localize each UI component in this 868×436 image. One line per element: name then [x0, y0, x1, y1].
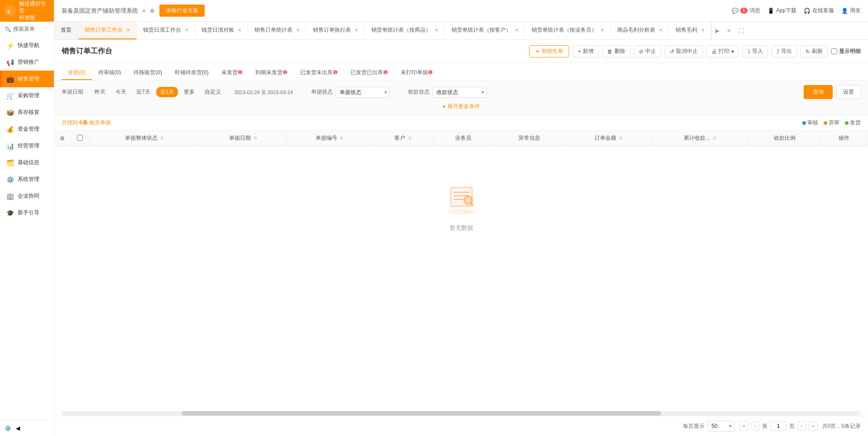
status-select[interactable]: 单据状态: [336, 87, 390, 98]
filter-tab-expired-unshipped[interactable]: 到期未发货❶: [249, 66, 294, 80]
sidebar-item-inventory[interactable]: 📦 库存核算: [0, 104, 54, 121]
date-btn-custom[interactable]: 自定义: [201, 87, 225, 97]
tab-close-all-btn[interactable]: ✕: [723, 22, 735, 39]
date-btn-yesterday[interactable]: 昨天: [91, 87, 110, 97]
tab-maximize-btn[interactable]: ⛶: [735, 22, 748, 39]
tab-more-btn[interactable]: ▶: [711, 22, 723, 39]
date-btn-1month[interactable]: 近1月: [156, 87, 178, 97]
payment-select[interactable]: 收款状态: [432, 87, 487, 98]
first-page-btn[interactable]: «: [739, 422, 748, 431]
tab-gross-profit[interactable]: 商品毛利分析表 ✕: [611, 22, 669, 39]
sort-icon[interactable]: ⇅: [340, 136, 343, 141]
tab-sales-stat[interactable]: 销售订单统计表 ✕: [248, 22, 307, 39]
tab-sales-exec[interactable]: 销售订单执行表 ✕: [307, 22, 365, 39]
tab-close-icon[interactable]: ✕: [600, 28, 604, 33]
tab-close-icon[interactable]: ✕: [515, 28, 518, 33]
tab-sales-gross[interactable]: 销售毛利 ✕: [669, 22, 711, 39]
last-page-btn[interactable]: »: [808, 422, 818, 431]
filter-tab-unprinted[interactable]: 未打印单据❶: [394, 66, 439, 80]
filter-tab-label: 未打印单据❶: [401, 69, 433, 76]
print-btn[interactable]: 🖨 打印 ▾: [706, 45, 739, 57]
sidebar-item-basic[interactable]: 🗂️ 基础信息: [0, 154, 54, 171]
tab-sales-order-workbench[interactable]: 销售订单工作台 ✕: [78, 22, 137, 39]
per-page-select[interactable]: 50 100 200: [707, 421, 734, 431]
filter-tab-pending-audit[interactable]: 待审核(0): [92, 66, 128, 80]
set-button[interactable]: 设置: [836, 85, 861, 99]
user-btn[interactable]: 👤 用友: [841, 7, 861, 14]
trial-button[interactable]: 体验行业方案: [159, 5, 205, 17]
tab-close-icon[interactable]: ✕: [355, 28, 358, 33]
sort-icon[interactable]: ⇅: [160, 136, 164, 141]
sidebar-item-marketing[interactable]: 📢 营销推广: [0, 54, 54, 71]
logo-icon: 6: [5, 5, 16, 17]
filter-tab-wangpu-ship[interactable]: 旺铺待发货(0): [168, 66, 215, 80]
tab-sales-product-stat[interactable]: 销货单统计表（按商品） ✕: [365, 22, 445, 39]
delete-icon: 🗑: [607, 48, 613, 55]
sort-icon[interactable]: ⇅: [254, 136, 257, 141]
expand-conditions-btn[interactable]: ▾ 展开更多条件: [443, 103, 480, 110]
tab-close-icon[interactable]: ✕: [238, 28, 241, 33]
tab-cash-daily-workbench[interactable]: 钱货日清工作台 ✕: [137, 22, 195, 39]
sidebar-item-finance[interactable]: 💰 资金管理: [0, 121, 54, 137]
select-all-checkbox[interactable]: [77, 135, 83, 141]
settings-gear-icon[interactable]: ⚙: [150, 8, 155, 14]
audit-btn[interactable]: 审核: [802, 119, 818, 127]
filter-tab-shipped-out[interactable]: 已发货已出库❶: [344, 66, 394, 80]
sort-icon[interactable]: ⇅: [619, 136, 623, 141]
sidebar-item-guide[interactable]: 🎓 新手引导: [0, 204, 54, 221]
sidebar-item-operation[interactable]: 📊 经营管理: [0, 137, 54, 154]
query-button[interactable]: 查询: [804, 85, 833, 99]
settings-icon[interactable]: ⚙️: [5, 425, 11, 431]
prev-page-btn[interactable]: ‹: [751, 422, 759, 431]
filter-tab-unshipped[interactable]: 未发货❶: [215, 66, 249, 80]
page-number-input[interactable]: [770, 422, 786, 431]
tab-sales-staff-stat[interactable]: 销货单统计表（按业务员） ✕: [525, 22, 611, 39]
stop-btn[interactable]: ⊘ 中止: [634, 45, 661, 57]
date-btn-today[interactable]: 今天: [111, 87, 130, 97]
sidebar-item-enterprise[interactable]: 🏢 企业协同: [0, 188, 54, 204]
tab-close-icon[interactable]: ✕: [659, 28, 662, 33]
unaudit-btn[interactable]: 弃审: [824, 119, 839, 127]
tab-home[interactable]: 首页: [54, 22, 78, 39]
show-detail-checkbox[interactable]: [831, 48, 837, 54]
export-btn[interactable]: ⤴ 导出: [772, 45, 797, 57]
table-setting-col[interactable]: ⚙: [54, 131, 71, 146]
filter-tab-pending-pick[interactable]: 待拣验货(0): [127, 66, 168, 80]
sidebar-item-system[interactable]: ⚙️ 系统管理: [0, 171, 54, 188]
scrollbar-thumb[interactable]: [182, 411, 661, 416]
tab-close-icon[interactable]: ✕: [435, 28, 438, 33]
sidebar-item-quick-nav[interactable]: ⚡ 快捷导航: [0, 37, 54, 54]
message-btn[interactable]: 💬 6 消息: [732, 7, 760, 14]
tab-close-icon[interactable]: ✕: [296, 28, 300, 33]
sidebar-item-sales[interactable]: 💼 销售管理: [0, 71, 54, 87]
ai-generate-btn[interactable]: ✦ 智能生单: [529, 45, 569, 57]
tab-cash-daily-reconcile[interactable]: 钱货日清对账 ✕: [195, 22, 248, 39]
refresh-btn[interactable]: ↻ 刷新: [801, 45, 828, 57]
sidebar-search[interactable]: 🔍 搜索菜单: [0, 22, 54, 37]
payment-filter: 收款状态 收款状态: [408, 87, 487, 98]
filter-tab-all[interactable]: 全部(0): [62, 66, 92, 80]
tab-sales-customer-stat[interactable]: 销货单统计表（按客户） ✕: [445, 22, 525, 39]
sort-icon[interactable]: ⇅: [713, 136, 716, 141]
show-detail-label[interactable]: 显示明细: [831, 47, 861, 55]
cancel-stop-btn[interactable]: ↺ 取消中止: [665, 45, 703, 57]
tab-close-icon[interactable]: ✕: [126, 28, 130, 33]
app-download-btn[interactable]: 📱 App下载: [767, 7, 796, 14]
chevron-down-icon[interactable]: ▾: [143, 8, 145, 14]
tab-close-icon[interactable]: ✕: [185, 28, 188, 33]
date-btn-more[interactable]: 更多: [180, 87, 199, 97]
sidebar-item-purchase[interactable]: 🛒 采购管理: [0, 87, 54, 104]
next-page-btn[interactable]: ›: [797, 422, 806, 431]
sort-icon[interactable]: ⇅: [408, 136, 412, 141]
online-service-btn[interactable]: 🎧 在线客服: [804, 7, 834, 14]
collapse-icon[interactable]: ◀: [16, 425, 20, 431]
add-btn[interactable]: + 新增: [573, 45, 599, 57]
operation-icon: 📊: [6, 142, 14, 150]
tab-close-icon[interactable]: ✕: [701, 28, 705, 33]
import-btn[interactable]: ⤵ 导入: [743, 45, 768, 57]
date-btn-7days[interactable]: 近7天: [132, 87, 154, 97]
ship-btn[interactable]: 发货: [845, 119, 861, 127]
delete-btn[interactable]: 🗑 删除: [602, 45, 630, 57]
filter-tab-shipped-not-out[interactable]: 已发货未出库❶: [294, 66, 344, 80]
horizontal-scrollbar[interactable]: [62, 411, 861, 416]
